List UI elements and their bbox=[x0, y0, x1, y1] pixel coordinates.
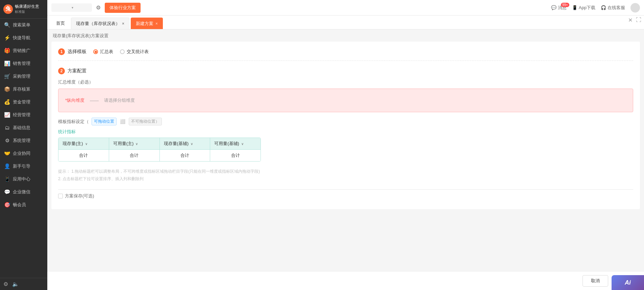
user-avatar[interactable] bbox=[630, 3, 640, 13]
save-checkbox[interactable] bbox=[58, 194, 63, 198]
app-download-btn[interactable]: 📱 App下载 bbox=[572, 5, 595, 11]
tab-inventory-close[interactable]: × bbox=[122, 21, 124, 26]
tab-newplan-close[interactable]: × bbox=[155, 21, 158, 26]
cancel-button[interactable]: 取消 bbox=[583, 275, 608, 287]
sidebar-item-management[interactable]: 📈 经营管理 bbox=[0, 108, 47, 121]
management-icon: 📈 bbox=[4, 112, 10, 118]
basicinfo-icon: 🗂 bbox=[4, 125, 10, 131]
template-radio-group: 汇总表 交叉统计表 bbox=[93, 49, 149, 55]
quicknav-icon: ⚡ bbox=[4, 35, 10, 41]
sidebar-finance-label: 资金管理 bbox=[13, 99, 30, 105]
sidebar-item-marketing[interactable]: 🎁 营销推广 bbox=[0, 44, 47, 57]
main-area: ▾ ⚙ 体验行业方案 💬 消息 99+ 📱 App下载 🎧 在线客服 bbox=[47, 0, 644, 290]
appcenter-icon: 📱 bbox=[4, 176, 10, 182]
indicator-nondraggable: 不可拖动位置） bbox=[129, 118, 162, 125]
sidebar-wechat-label: 企业微信 bbox=[13, 189, 30, 195]
section2-label: 方案配置 bbox=[68, 68, 86, 74]
section2-title: 2 方案配置 bbox=[58, 68, 633, 74]
sidebar-item-basicinfo[interactable]: 🗂 基础信息 bbox=[0, 121, 47, 134]
speaker-icon[interactable]: 🔈 bbox=[12, 281, 19, 287]
system-icon: ⚙ bbox=[4, 138, 10, 144]
section1-label: 选择模板 bbox=[68, 49, 86, 55]
wechat-icon: 💬 bbox=[4, 189, 10, 195]
marketing-icon: 🎁 bbox=[4, 48, 10, 54]
tips-item2: 2. 点击标题栏下拉可设置排序、插入列和删除列 bbox=[58, 175, 633, 183]
app-edition: 标准版 bbox=[15, 9, 39, 14]
sidebar-item-system[interactable]: ⚙ 系统管理 bbox=[0, 134, 47, 147]
content-panel: 1 选择模板 汇总表 交叉统计表 bbox=[51, 42, 640, 209]
topbar: ▾ ⚙ 体验行业方案 💬 消息 99+ 📱 App下载 🎧 在线客服 bbox=[47, 0, 644, 16]
sidebar-item-newuser[interactable]: 👤 新手引导 bbox=[0, 160, 47, 173]
tab-newplan[interactable]: 新建方案 × bbox=[131, 18, 163, 29]
sidebar-item-purchase[interactable]: 🛒 采购管理 bbox=[0, 70, 47, 83]
sidebar-item-quicknav[interactable]: ⚡ 快捷导航 bbox=[0, 31, 47, 44]
col2-chevron[interactable]: ∨ bbox=[191, 142, 193, 146]
close-panel-btn[interactable]: ✕ bbox=[628, 17, 633, 23]
stats-header-cell-2[interactable]: 现存量(基辅) ∨ bbox=[160, 138, 210, 149]
message-btn[interactable]: 💬 消息 99+ bbox=[551, 5, 567, 11]
content-area: 现存量(库存状况表)方案设置 1 选择模板 汇总表 交叉统计表 bbox=[47, 29, 644, 271]
stats-header-cell-3[interactable]: 可用量(基辅) ∨ bbox=[210, 138, 261, 149]
tab-inventory-label: 现存量（库存状况表） bbox=[76, 21, 120, 27]
app-logo: 兔 畅康通好生意 标准版 bbox=[0, 0, 47, 19]
sidebar-bottom: ⚙ 🔈 bbox=[0, 278, 47, 290]
col3-chevron[interactable]: ∨ bbox=[241, 142, 244, 146]
trial-button[interactable]: 体验行业方案 bbox=[105, 3, 141, 13]
sidebar-item-appcenter[interactable]: 📱 应用中心 bbox=[0, 173, 47, 186]
sidebar-item-sales[interactable]: 📊 销售管理 bbox=[0, 57, 47, 70]
topbar-right: 💬 消息 99+ 📱 App下载 🎧 在线客服 bbox=[551, 3, 640, 13]
stats-label: 统计指标 bbox=[58, 129, 633, 135]
bottom-bar: 取消 查询 bbox=[47, 271, 644, 290]
sidebar-search-label: 搜索菜单 bbox=[13, 22, 30, 28]
radio-crosstab[interactable]: 交叉统计表 bbox=[120, 49, 149, 55]
sidebar-item-finance[interactable]: 💰 资金管理 bbox=[0, 96, 47, 108]
dimension-required: *纵向维度 bbox=[65, 97, 84, 103]
stats-col2-label: 现存量(基辅) bbox=[164, 141, 189, 147]
sidebar-item-search[interactable]: 🔍 搜索菜单 bbox=[0, 19, 47, 31]
save-option: 方案保存(可选) bbox=[58, 189, 633, 202]
sidebar-appcenter-label: 应用中心 bbox=[13, 176, 30, 182]
sidebar-inventory-label: 库存核算 bbox=[13, 86, 30, 92]
tips-title: 提示： 1.拖动标题栏可以调整布局，不可跨维度或指标区域拖动栏目字段(只能在同一… bbox=[58, 168, 633, 175]
topbar-search[interactable]: ▾ bbox=[51, 3, 92, 12]
stats-header-cell-1[interactable]: 可用量(主) ∨ bbox=[109, 138, 160, 149]
section1-num: 1 bbox=[58, 48, 65, 55]
dimension-box[interactable]: *纵向维度 —— 请选择分组维度 bbox=[58, 89, 633, 112]
stats-col3-label: 可用量(基辅) bbox=[214, 141, 239, 147]
stats-header-row: 现存量(主) ∨ 可用量(主) ∨ 现存量(基辅) ∨ bbox=[58, 138, 261, 149]
sidebar-collab-label: 企业协同 bbox=[13, 150, 30, 156]
radio-crosstab-label: 交叉统计表 bbox=[127, 49, 149, 55]
stats-header-cell-0[interactable]: 现存量(主) ∨ bbox=[58, 138, 109, 149]
sidebar-item-wechat[interactable]: 💬 企业微信 bbox=[0, 186, 47, 198]
service-label: 在线客服 bbox=[608, 5, 625, 11]
stats-col0-label: 现存量(主) bbox=[63, 141, 83, 147]
sidebar-sales-label: 销售管理 bbox=[13, 61, 30, 67]
ai-label: Ai bbox=[625, 279, 631, 286]
stats-data-cell-2: 合计 bbox=[160, 150, 210, 161]
radio-crosstab-dot bbox=[120, 49, 125, 54]
sidebar-item-inventory[interactable]: 📦 库存核算 bbox=[0, 83, 47, 96]
newuser-icon: 👤 bbox=[4, 163, 10, 169]
settings-icon[interactable]: ⚙ bbox=[3, 281, 8, 287]
stats-data-row: 合计 合计 合计 合计 bbox=[58, 149, 261, 161]
ai-button[interactable]: Ai bbox=[612, 275, 644, 290]
search-icon: 🔍 bbox=[4, 22, 10, 28]
sidebar: 兔 畅康通好生意 标准版 🔍 搜索菜单 ⚡ 快捷导航 🎁 营销推广 📊 销售管理… bbox=[0, 0, 47, 290]
expand-panel-btn[interactable]: ⛶ bbox=[636, 17, 641, 23]
tabs-actions: ✕ ⛶ bbox=[628, 17, 641, 23]
dimension-placeholder: 请选择分组维度 bbox=[104, 97, 135, 103]
online-service-btn[interactable]: 🎧 在线客服 bbox=[601, 5, 625, 11]
indicator-label-text: 模板指标设定（ bbox=[58, 119, 89, 125]
col1-chevron[interactable]: ∨ bbox=[135, 142, 138, 146]
sidebar-member-label: 畅会员 bbox=[13, 202, 26, 208]
topbar-gear-icon[interactable]: ⚙ bbox=[95, 3, 102, 12]
tab-inventory[interactable]: 现存量（库存状况表） × bbox=[71, 18, 129, 29]
radio-summary[interactable]: 汇总表 bbox=[93, 49, 113, 55]
sidebar-item-member[interactable]: 🎯 畅会员 bbox=[0, 198, 47, 211]
sidebar-newuser-label: 新手引导 bbox=[13, 163, 30, 169]
sidebar-item-collab[interactable]: 🤝 企业协同 bbox=[0, 147, 47, 160]
indicator-section: 模板指标设定（ 可拖动位置 ⬜ 不可拖动位置） 统计指标 现存量(主) ∨ bbox=[58, 118, 633, 163]
col0-chevron[interactable]: ∨ bbox=[85, 142, 88, 146]
save-label: 方案保存(可选) bbox=[65, 193, 94, 199]
tab-home[interactable]: 首页 bbox=[51, 18, 70, 29]
